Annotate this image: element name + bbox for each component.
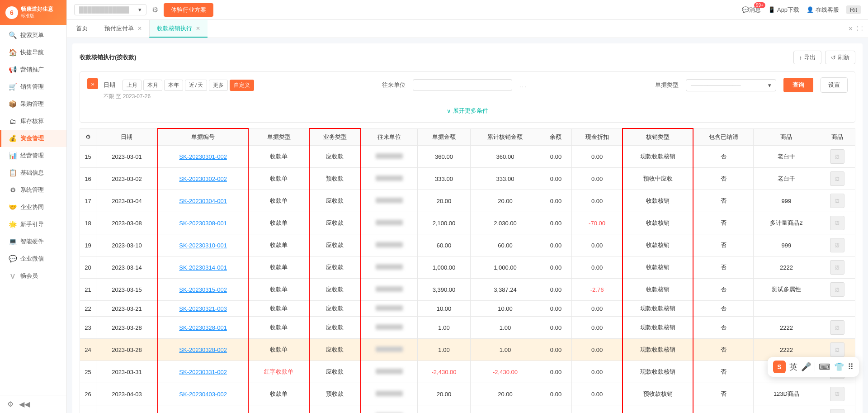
cell-bill-no[interactable]: SK-20230403-002 [158,383,249,405]
counterparty-input[interactable] [413,79,512,91]
float-keyboard-icon[interactable]: ⌨ [819,362,830,372]
sidebar-item-basic-info[interactable]: 📋 基础信息 [0,164,66,181]
sidebar-item-purchase[interactable]: 📦 采购管理 [0,95,66,113]
float-grid-icon[interactable]: ⠿ [848,362,854,372]
th-biz-type[interactable]: 业务类型 [309,128,361,146]
th-goods2[interactable]: 商品 [819,128,855,146]
cell-date: 2023-03-21 [96,301,158,317]
cell-bill-no[interactable]: SK-20230301-002 [158,146,249,168]
main-area: ████████████ ▾ ⚙ 体验行业方案 💬 消息 99+ 📱 App下载… [67,0,868,413]
sidebar-item-operations[interactable]: 📊 经营管理 [0,147,66,164]
th-incl-settled[interactable]: 包含已结清 [693,128,754,146]
sidebar-item-label: 搜索菜单 [20,31,44,39]
tab-collection-writeoff[interactable]: 收款核销执行 ✕ [149,20,208,38]
this-month-btn[interactable]: 本月 [143,80,162,91]
cell-bill-no[interactable]: SK-20230331-002 [158,361,249,383]
sales-icon: 🛒 [9,83,17,91]
cell-writeoff: 20.00 [470,190,540,212]
experience-btn[interactable]: 体验行业方案 [164,3,213,17]
filter-expand-btn[interactable]: ∨ 展开更多条件 [87,105,848,117]
cell-date: 2023-04-03 [96,383,158,405]
user-avatar[interactable]: Rit [846,5,861,14]
tab-collection-label: 收款核销执行 [157,24,192,33]
cell-goods1: 衣服00001 [754,405,819,413]
expand-tab-icon[interactable]: ⛶ [857,25,863,32]
cell-bill-no[interactable]: SK-20230408-001 [158,405,249,413]
cell-incl-settled: 否 [693,234,754,256]
export-btn[interactable]: ↑ 导出 [793,51,822,64]
th-writeoff[interactable]: 累计核销金额 [470,128,540,146]
cell-amount: 360.00 [418,146,471,168]
th-settings[interactable]: ⚙ [80,128,96,146]
online-service-btn[interactable]: 👤 在线客服 [807,6,839,14]
cell-bill-no[interactable]: SK-20230304-001 [158,190,249,212]
gear-icon[interactable]: ⚙ [152,5,158,14]
sidebar-item-capital[interactable]: 💰 资金管理 [0,130,66,147]
tab-close-active-icon[interactable]: ✕ [196,25,200,32]
sidebar-item-label: 资金管理 [20,134,44,142]
sidebar-item-inventory[interactable]: 🗂 库存核算 [0,113,66,130]
th-date[interactable]: 日期 [96,128,158,146]
cell-bill-no[interactable]: SK-20230310-001 [158,234,249,256]
refresh-btn[interactable]: ↺ 刷新 [825,51,855,64]
sidebar-item-label: 快捷导航 [20,48,44,57]
sidebar-item-quick-nav[interactable]: 🏠 快捷导航 [0,44,66,61]
last-7-days-btn[interactable]: 近7天 [185,80,207,91]
cell-goods2: 🖼 [819,234,855,256]
float-mic-icon[interactable]: 🎤 [801,362,811,372]
cell-bill-no[interactable]: SK-20230315-002 [158,279,249,301]
sidebar-item-beginner-guide[interactable]: 🌟 新手引导 [0,216,66,233]
query-btn[interactable]: 查询 [783,78,813,92]
tabbar: 首页 预付应付单 ✕ 收款核销执行 ✕ ✕ ⛶ [67,20,868,38]
settings-btn[interactable]: 设置 [821,77,848,93]
sidebar-item-smart-hardware[interactable]: 💻 智能硬件 [0,233,66,250]
sidebar-bottom: ⚙ ◀◀ [0,395,66,413]
app-download-btn[interactable]: 📱 App下载 [768,6,799,14]
th-bill-no[interactable]: 单据编号 [158,128,249,146]
sidebar-item-enterprise-wechat[interactable]: 💬 企业微信 [0,250,66,267]
sidebar-item-search[interactable]: 🔍 搜索菜单 [0,27,66,44]
bill-type-select[interactable]: ──────────── ▾ [686,79,776,91]
th-bill-type[interactable]: 单据类型 [248,128,309,146]
cell-bill-no[interactable]: SK-20230321-003 [158,301,249,317]
th-cash-discount[interactable]: 现金折扣 [571,128,623,146]
close-tab-icon[interactable]: ✕ [848,25,853,32]
collapse-icon[interactable]: ◀◀ [19,400,30,408]
avatar-text: Rit [846,5,861,14]
float-text-icon[interactable]: 英 [789,361,797,372]
cell-incl-settled: 否 [693,301,754,317]
sidebar-item-system[interactable]: ⚙ 系统管理 [0,181,66,199]
th-goods1[interactable]: 商品 [754,128,819,146]
sidebar-item-member[interactable]: V 畅会员 [0,267,66,285]
messages-btn[interactable]: 💬 消息 99+ [742,6,761,14]
cell-bill-no[interactable]: SK-20230302-002 [158,168,249,190]
app-logo: 6 畅康道好生意 标准版 [0,0,66,25]
cell-bill-no[interactable]: SK-20230328-001 [158,317,249,339]
this-year-btn[interactable]: 本年 [164,80,183,91]
tab-close-icon[interactable]: ✕ [137,25,142,32]
cell-bill-no[interactable]: SK-20230328-002 [158,339,249,361]
cell-incl-settled: 否 [693,168,754,190]
th-writeoff-type[interactable]: 核销类型 [623,128,693,146]
th-amount[interactable]: 单据金额 [418,128,471,146]
page-inner: 收款核销执行(按收款) ↑ 导出 ↺ 刷新 » [72,43,863,413]
sidebar-item-enterprise-collab[interactable]: 🤝 企业协同 [0,199,66,216]
cell-bill-no[interactable]: SK-20230314-001 [158,256,249,279]
th-counterparty[interactable]: 往来单位 [361,128,418,146]
business-selector[interactable]: ████████████ ▾ [74,4,146,15]
th-balance[interactable]: 余额 [540,128,572,146]
custom-btn[interactable]: 自定义 [230,80,254,91]
cell-writeoff-type: 收款核销 [623,256,693,279]
settings-icon[interactable]: ⚙ [7,400,14,408]
tab-prepay-bill[interactable]: 预付应付单 ✕ [97,20,149,38]
tab-home[interactable]: 首页 [67,20,97,38]
sidebar-item-label: 库存核算 [20,117,44,125]
filter-collapse-btn[interactable]: » [87,78,98,89]
more-btn[interactable]: 更多 [209,80,228,91]
sidebar-item-sales[interactable]: 🛒 销售管理 [0,78,66,95]
sidebar-item-marketing[interactable]: 📢 营销推广 [0,61,66,78]
last-month-btn[interactable]: 上月 [123,80,142,91]
service-icon: 👤 [807,6,814,13]
cell-bill-no[interactable]: SK-20230308-001 [158,212,249,234]
float-shirt-icon[interactable]: 👕 [834,362,844,372]
